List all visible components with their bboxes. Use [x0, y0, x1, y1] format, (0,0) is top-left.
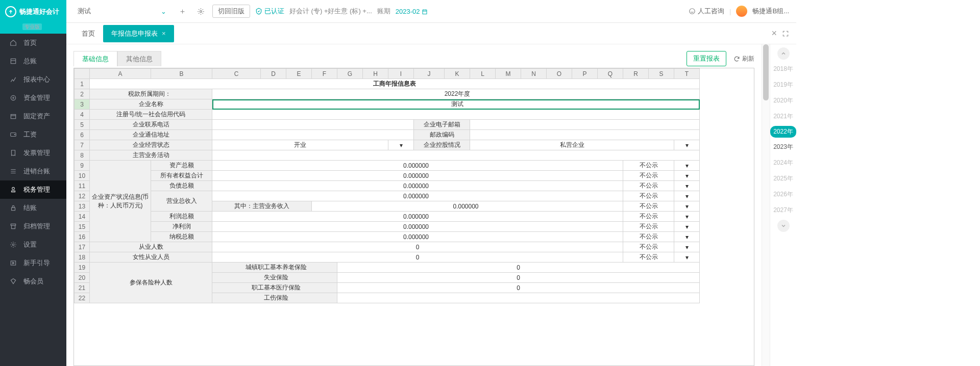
- tab-annual-report[interactable]: 年报信息申报表×: [103, 25, 174, 42]
- nav-home[interactable]: 首页: [0, 34, 66, 52]
- dropdown-icon[interactable]: ▾: [674, 191, 700, 201]
- value-cell[interactable]: 0.000000: [212, 222, 623, 232]
- row-label: 企业控股情况: [414, 140, 470, 150]
- nav-ledger[interactable]: 总账: [0, 52, 66, 70]
- close-icon[interactable]: ×: [162, 30, 166, 37]
- nav-vip[interactable]: 畅会员: [0, 272, 66, 291]
- publish-cell[interactable]: 不公示: [623, 242, 674, 252]
- year-option[interactable]: 2019年: [773, 79, 793, 91]
- publish-cell[interactable]: 不公示: [623, 212, 674, 222]
- reset-report-button[interactable]: 重置报表: [687, 51, 726, 66]
- year-option[interactable]: 2024年: [773, 156, 793, 169]
- year-option[interactable]: 2020年: [773, 94, 793, 107]
- value-cell[interactable]: 0: [337, 273, 700, 283]
- value-cell[interactable]: 0: [337, 283, 700, 293]
- publish-cell[interactable]: 不公示: [623, 252, 674, 263]
- year-option[interactable]: 2021年: [773, 110, 793, 123]
- company-selector[interactable]: 测试 ⌄: [74, 4, 170, 18]
- value-cell[interactable]: 0: [337, 263, 700, 273]
- phone-cell[interactable]: [212, 120, 414, 130]
- publish-cell[interactable]: 不公示: [623, 171, 674, 181]
- publish-cell[interactable]: 不公示: [623, 161, 674, 171]
- add-button[interactable]: ＋: [176, 5, 189, 18]
- settings-button[interactable]: [194, 5, 207, 18]
- dropdown-icon[interactable]: ▾: [674, 140, 700, 150]
- fullscreen-icon[interactable]: [782, 30, 789, 37]
- reg-number-cell[interactable]: [212, 110, 700, 120]
- nav-label: 报表中心: [23, 75, 50, 84]
- dropdown-icon[interactable]: ▾: [674, 242, 700, 252]
- nav-label: 发票管理: [23, 148, 50, 158]
- nav-salary[interactable]: 工资: [0, 125, 66, 144]
- nav-close[interactable]: 结账: [0, 199, 66, 217]
- main-biz-cell[interactable]: [212, 150, 700, 161]
- dropdown-icon[interactable]: ▾: [674, 252, 700, 263]
- sheet-tab-other[interactable]: 其他信息: [117, 51, 161, 66]
- nav-fixed-assets[interactable]: 固定资产: [0, 107, 66, 125]
- period-value-cell[interactable]: 2022年度: [212, 89, 700, 99]
- value-cell[interactable]: 0.000000: [212, 171, 623, 181]
- publish-cell[interactable]: 不公示: [623, 191, 674, 201]
- support-link[interactable]: 人工咨询: [689, 7, 724, 16]
- year-option[interactable]: 2027年: [773, 204, 793, 217]
- company-name-cell[interactable]: 测试: [212, 99, 700, 110]
- switch-old-version[interactable]: 切回旧版: [212, 5, 250, 18]
- avatar[interactable]: [736, 6, 747, 17]
- close-all-icon[interactable]: ×: [766, 28, 782, 39]
- nav-tax[interactable]: 税务管理: [0, 180, 66, 199]
- year-option-active[interactable]: 2022年: [770, 126, 796, 138]
- nav-settings[interactable]: 设置: [0, 236, 66, 254]
- year-up-button[interactable]: [777, 47, 790, 60]
- spreadsheet[interactable]: ABCDEFGHIJKLMNOPQRST 1工商年报信息表 2税款所属期间：20…: [74, 68, 754, 366]
- tab-home[interactable]: 首页: [74, 23, 103, 44]
- dropdown-icon[interactable]: ▾: [674, 222, 700, 232]
- dropdown-icon[interactable]: ▾: [674, 161, 700, 171]
- address-cell[interactable]: [212, 130, 414, 140]
- svg-rect-2: [11, 115, 15, 119]
- dropdown-icon[interactable]: ▾: [674, 232, 700, 242]
- dropdown-icon[interactable]: ▾: [674, 171, 700, 181]
- dropdown-icon[interactable]: ▾: [674, 181, 700, 191]
- nav-funds[interactable]: 资金管理: [0, 89, 66, 107]
- value-cell[interactable]: 0: [212, 242, 623, 252]
- value-cell[interactable]: 0.000000: [212, 232, 623, 242]
- publish-cell[interactable]: 不公示: [623, 232, 674, 242]
- email-cell[interactable]: [470, 120, 700, 130]
- value-cell[interactable]: 0.000000: [212, 161, 623, 171]
- nav-guide[interactable]: 新手引导: [0, 254, 66, 272]
- dropdown-icon[interactable]: ▾: [388, 140, 414, 150]
- value-cell[interactable]: 0.000000: [212, 181, 623, 191]
- publish-cell[interactable]: 不公示: [623, 201, 674, 212]
- value-cell[interactable]: 0.000000: [212, 212, 623, 222]
- year-down-button[interactable]: [777, 220, 790, 232]
- publish-cell[interactable]: 不公示: [623, 181, 674, 191]
- nav-inventory[interactable]: 进销台账: [0, 162, 66, 180]
- nav-reports[interactable]: 报表中心: [0, 70, 66, 89]
- value-cell[interactable]: 0: [212, 252, 623, 263]
- holding-cell[interactable]: 私营企业: [470, 140, 674, 150]
- dropdown-icon[interactable]: ▾: [674, 201, 700, 212]
- dropdown-icon[interactable]: ▾: [674, 212, 700, 222]
- username[interactable]: 畅捷通B组...: [752, 7, 789, 16]
- nav-invoice[interactable]: 发票管理: [0, 144, 66, 162]
- scrollbar-thumb[interactable]: [763, 44, 769, 100]
- value-cell[interactable]: 0.000000: [212, 191, 623, 201]
- refresh-button[interactable]: 刷新: [733, 55, 754, 63]
- zip-cell[interactable]: [470, 130, 700, 140]
- brand-edition: 专业版: [22, 23, 42, 30]
- publish-cell[interactable]: 不公示: [623, 222, 674, 232]
- year-option[interactable]: 2023年: [773, 141, 793, 153]
- period-select[interactable]: 2023-02: [396, 8, 428, 15]
- nav-label: 首页: [23, 38, 37, 47]
- sheet-tab-basic[interactable]: 基础信息: [74, 51, 117, 66]
- value-cell[interactable]: [337, 293, 700, 303]
- status-cell[interactable]: 开业: [212, 140, 388, 150]
- year-option[interactable]: 2026年: [773, 188, 793, 201]
- value-cell[interactable]: 0.000000: [312, 201, 623, 212]
- nav-archive[interactable]: 归档管理: [0, 217, 66, 236]
- row-label: 纳税总额: [151, 232, 212, 242]
- year-option[interactable]: 2025年: [773, 172, 793, 185]
- year-option[interactable]: 2018年: [773, 63, 793, 75]
- row-label: 注册号/统一社会信用代码: [90, 110, 212, 120]
- vertical-scrollbar[interactable]: [762, 44, 770, 366]
